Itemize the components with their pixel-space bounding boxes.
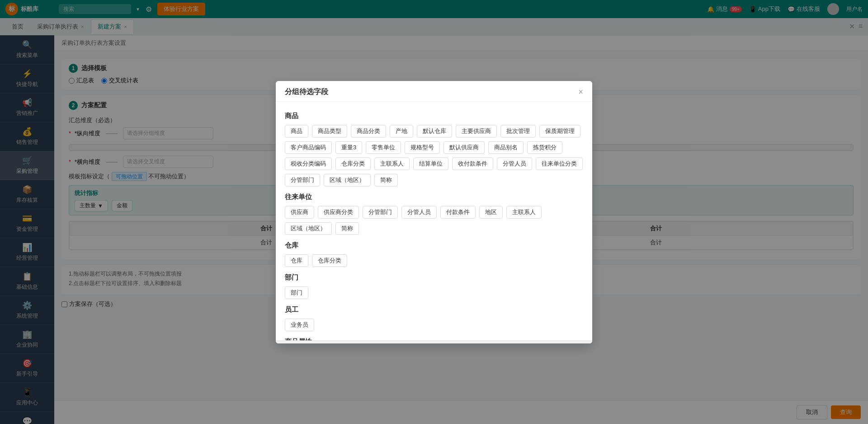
field-chip[interactable]: 主要供应商 <box>456 125 497 138</box>
field-chip[interactable]: 分管人员 <box>401 206 437 219</box>
field-chip[interactable]: 拣货积分 <box>527 141 562 154</box>
field-chip[interactable]: 零售单位 <box>366 141 401 154</box>
field-chip[interactable]: 分管人员 <box>497 157 532 170</box>
field-chip[interactable]: 默认供应商 <box>443 141 485 154</box>
section-title-department: 部门 <box>285 273 583 282</box>
field-chip[interactable]: 仓库 <box>285 254 308 267</box>
section-title-partner: 往来单位 <box>285 193 583 201</box>
field-chip[interactable]: 客户商品编码 <box>285 141 332 154</box>
chips-employee: 业务员 <box>285 319 583 331</box>
field-chip[interactable]: 付款条件 <box>440 206 476 219</box>
field-chip[interactable]: 供应商分类 <box>318 206 359 219</box>
field-chip[interactable]: 往来单位分类 <box>536 157 583 170</box>
field-chip[interactable]: 仓库分类 <box>335 157 371 170</box>
modal-overlay: 分组待选字段 × 商品 商品商品类型商品分类产地默认仓库主要供应商批次管理保质期… <box>0 0 868 424</box>
modal-dialog: 分组待选字段 × 商品 商品商品类型商品分类产地默认仓库主要供应商批次管理保质期… <box>276 81 592 343</box>
field-chip[interactable]: 地区 <box>479 206 503 219</box>
field-chip[interactable]: 主联系人 <box>506 206 542 219</box>
field-chip[interactable]: 仓库分类 <box>312 254 347 267</box>
field-chip[interactable]: 商品别名 <box>488 141 524 154</box>
modal-body: 商品 商品商品类型商品分类产地默认仓库主要供应商批次管理保质期管理客户商品编码重… <box>276 102 592 340</box>
section-title-warehouse: 仓库 <box>285 241 583 250</box>
modal-close-btn[interactable]: × <box>578 87 583 97</box>
field-chip[interactable]: 主联系人 <box>374 157 410 170</box>
field-chip[interactable]: 产地 <box>390 125 413 138</box>
section-title-product-attr: 商品属性 <box>285 338 583 340</box>
section-title-employee: 员工 <box>285 305 583 314</box>
field-chip[interactable]: 批次管理 <box>500 125 536 138</box>
field-chip[interactable]: 业务员 <box>285 319 314 331</box>
field-chip[interactable]: 商品分类 <box>351 125 386 138</box>
section-title-goods: 商品 <box>285 112 583 120</box>
field-chip[interactable]: 部门 <box>285 286 308 299</box>
field-chip[interactable]: 区域（地区） <box>324 174 371 186</box>
field-chip[interactable]: 分管部门 <box>285 174 320 186</box>
field-chip[interactable]: 简称 <box>374 174 398 186</box>
field-chip[interactable]: 重量3 <box>335 141 362 154</box>
field-chip[interactable]: 简称 <box>335 222 359 235</box>
field-chip[interactable]: 保质期管理 <box>539 125 580 138</box>
chips-warehouse: 仓库仓库分类 <box>285 254 583 267</box>
modal-header: 分组待选字段 × <box>276 81 592 102</box>
field-chip[interactable]: 收付款条件 <box>452 157 493 170</box>
field-chip[interactable]: 供应商 <box>285 206 314 219</box>
field-chip[interactable]: 税收分类编码 <box>285 157 332 170</box>
field-chip[interactable]: 规格型号 <box>405 141 440 154</box>
modal-horizontal-scroll[interactable] <box>276 340 592 343</box>
field-chip[interactable]: 分管部门 <box>363 206 398 219</box>
field-chip[interactable]: 商品 <box>285 125 308 138</box>
field-chip[interactable]: 区域（地区） <box>285 222 332 235</box>
chips-department: 部门 <box>285 286 583 299</box>
field-chip[interactable]: 商品类型 <box>312 125 347 138</box>
chips-partner: 供应商供应商分类分管部门分管人员付款条件地区主联系人区域（地区）简称 <box>285 206 583 235</box>
chips-goods: 商品商品类型商品分类产地默认仓库主要供应商批次管理保质期管理客户商品编码重量3零… <box>285 125 583 186</box>
modal-title: 分组待选字段 <box>285 87 328 97</box>
field-chip[interactable]: 结算单位 <box>413 157 448 170</box>
field-chip[interactable]: 默认仓库 <box>417 125 452 138</box>
